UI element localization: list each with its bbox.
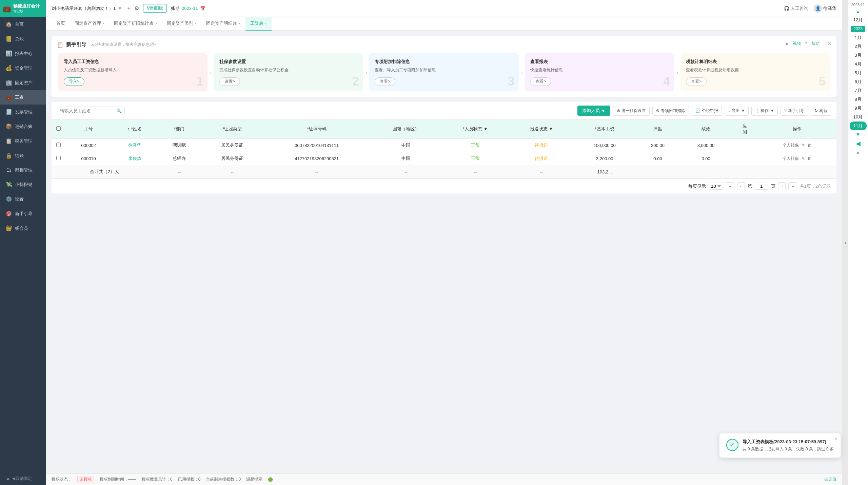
panel-month-4[interactable]: 4月: [850, 60, 867, 69]
delete-btn-2[interactable]: 🗑: [807, 156, 811, 161]
panel-month-3[interactable]: 3月: [850, 51, 867, 60]
edit-btn-1[interactable]: ✎: [802, 143, 805, 148]
help-link[interactable]: 帮助: [811, 41, 820, 46]
panel-down-icon[interactable]: ▼: [856, 132, 861, 137]
header-name[interactable]: ↕ *姓名: [112, 119, 157, 139]
cell-check-2[interactable]: [52, 152, 65, 165]
tab-depreciation-close[interactable]: ×: [155, 21, 157, 25]
step2-btn[interactable]: 设置>: [219, 77, 240, 86]
personal-insurance-btn-2[interactable]: 个人社保: [783, 156, 799, 161]
cell-apply-2: [732, 152, 758, 165]
special-deduction-button[interactable]: ⊕ 专项附加扣除: [652, 106, 689, 116]
panel-collapse-btn[interactable]: ◄: [842, 0, 848, 485]
first-page-button[interactable]: «: [726, 182, 734, 190]
unpin-button[interactable]: ◄ ◄取消固定: [0, 472, 46, 485]
panel-tool-icon-1[interactable]: ◀: [856, 140, 861, 147]
sidebar-item-archive[interactable]: 🗂 归档管理: [0, 163, 46, 177]
panel-month-5[interactable]: 5月: [850, 69, 867, 77]
sidebar-item-reports[interactable]: 📊 报表中心: [0, 46, 46, 61]
panel-tool-icon-2[interactable]: ●: [856, 149, 860, 156]
tab-fixed-assets-close[interactable]: ×: [102, 21, 104, 25]
sidebar-item-fixed[interactable]: 🏢 固定资产: [0, 75, 46, 90]
tab-detail[interactable]: 固定资产明细账 ×: [201, 17, 245, 31]
panel-month-10[interactable]: 10月: [850, 113, 867, 122]
sidebar-item-invoices[interactable]: 🧾 发票管理: [0, 105, 46, 119]
tab-detail-close[interactable]: ×: [238, 21, 240, 25]
employee-link-1[interactable]: 徐泽华: [128, 143, 141, 148]
panel-up-icon[interactable]: ▲: [856, 9, 861, 14]
cell-check-1[interactable]: [52, 139, 65, 152]
social-insurance-button[interactable]: ⊕ 统一社保设置: [613, 106, 650, 116]
personal-insurance-btn-1[interactable]: 个人社保: [783, 143, 799, 148]
panel-month-8[interactable]: 8月: [850, 95, 867, 104]
user-menu[interactable]: 👤 徐泽华: [814, 4, 836, 13]
sidebar-item-payroll[interactable]: 💼 工资: [0, 90, 46, 105]
panel-month-11[interactable]: 11月: [850, 122, 867, 130]
last-page-button[interactable]: »: [788, 182, 797, 190]
video-link[interactable]: 视频: [793, 41, 801, 46]
sidebar-item-ledger[interactable]: 📒 总账: [0, 32, 46, 46]
export-button[interactable]: ↓ 导出 ▼: [725, 106, 749, 116]
sidebar-item-member[interactable]: 👑 畅会员: [0, 221, 46, 236]
settings-icon[interactable]: ⚙: [134, 5, 139, 12]
calendar-icon[interactable]: 📅: [200, 6, 205, 11]
version-switch-button[interactable]: 切到旧版: [143, 4, 167, 13]
step4-btn[interactable]: 查看>: [530, 77, 551, 86]
right-panel: 2023.11 ▲ 12月 2023 1月 2月 3月 4月 5月 6月 7月 …: [848, 0, 868, 485]
account-selector[interactable]: 刘小艳演示账套（勿删勿动！）1 ▼: [52, 5, 122, 12]
toast-close-button[interactable]: ×: [834, 436, 837, 442]
next-page-button[interactable]: ›: [778, 182, 786, 190]
header-status[interactable]: *人员状态 ▼: [441, 119, 509, 139]
ledger-icon: 📒: [5, 36, 12, 42]
sidebar-item-closing[interactable]: 🔒 结账: [0, 148, 46, 163]
tab-payroll[interactable]: 工资表 ×: [245, 17, 272, 31]
search-input[interactable]: [60, 108, 114, 113]
employee-link-2[interactable]: 李俊杰: [128, 156, 141, 161]
tab-payroll-close[interactable]: ×: [265, 21, 267, 25]
tab-category[interactable]: 固定资产类别 ×: [162, 17, 201, 31]
select-all-checkbox[interactable]: [56, 126, 61, 131]
tax-report-button[interactable]: 🧾 个税申报: [692, 106, 722, 116]
step5-btn[interactable]: 查看>: [686, 77, 707, 86]
edit-btn-2[interactable]: ✎: [802, 156, 805, 161]
panel-month-12[interactable]: 12月: [850, 16, 867, 24]
sidebar-item-guide[interactable]: 🎯 新手引导: [0, 206, 46, 221]
step1-btn[interactable]: 导入>: [64, 77, 84, 86]
tab-fixed-assets[interactable]: 固定资产管理 ×: [70, 17, 109, 31]
sidebar-item-expenses[interactable]: 💸 小畅报销: [0, 177, 46, 192]
search-icon[interactable]: 🔍: [116, 108, 122, 113]
guide-close-button[interactable]: ×: [828, 41, 831, 47]
per-page-select[interactable]: 10 20 50: [709, 183, 723, 190]
tab-category-close[interactable]: ×: [195, 21, 197, 25]
header-send-status[interactable]: 报送状态 ▼: [509, 119, 574, 139]
tab-home[interactable]: 首页: [52, 17, 70, 31]
row1-checkbox[interactable]: [56, 143, 61, 147]
sidebar-item-inventory[interactable]: 📦 进销台账: [0, 119, 46, 134]
recharge-link[interactable]: 去充值: [824, 477, 836, 482]
panel-month-1[interactable]: 1月: [850, 33, 867, 42]
panel-month-7[interactable]: 7月: [850, 86, 867, 95]
guide-button[interactable]: ? 新手引导: [781, 106, 808, 116]
panel-month-9[interactable]: 9月: [850, 104, 867, 113]
service-button[interactable]: 🎧 人工咨询: [784, 5, 808, 12]
delete-btn-1[interactable]: 🗑: [807, 143, 811, 148]
sidebar-item-tax[interactable]: 📋 税务管理: [0, 134, 46, 148]
operations-button[interactable]: ⋮ 操作 ▼: [751, 106, 778, 116]
tab-depreciation[interactable]: 固定资产折旧统计表 ×: [109, 17, 162, 31]
header-check[interactable]: [52, 119, 65, 139]
add-icon[interactable]: ＋: [126, 5, 132, 12]
add-employee-button[interactable]: 添加人员 ▼: [577, 106, 610, 116]
step3-btn[interactable]: 查看>: [375, 77, 395, 86]
panel-year-badge: 2023: [851, 26, 865, 32]
sidebar-item-settings[interactable]: ⚙️ 设置: [0, 192, 46, 206]
row2-checkbox[interactable]: [56, 156, 61, 160]
sidebar-item-funds[interactable]: 💰 资金管理: [0, 61, 46, 75]
panel-month-2[interactable]: 2月: [850, 42, 867, 51]
prev-page-button[interactable]: ‹: [737, 182, 745, 190]
sidebar-item-home[interactable]: 🏠 首页: [0, 17, 46, 32]
guide-step-3: 专项附加扣除信息 查看、导入员工专项附加扣除信息 查看> 3: [369, 53, 518, 91]
panel-month-6[interactable]: 6月: [850, 77, 867, 86]
page-number-input[interactable]: [755, 183, 768, 190]
refresh-button[interactable]: ↻ 刷新: [811, 106, 831, 116]
sidebar-label-settings: 设置: [15, 196, 24, 202]
